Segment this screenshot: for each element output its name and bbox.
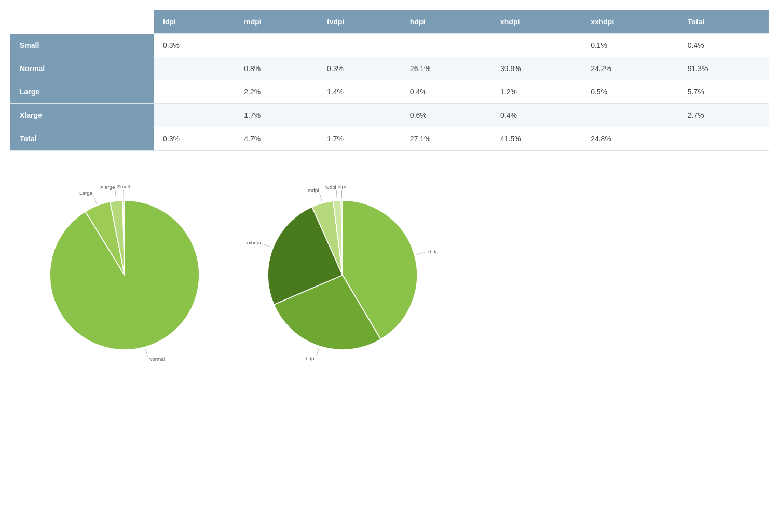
- cell-value: 0.4%: [678, 34, 769, 57]
- cell-value: 0.8%: [235, 57, 318, 80]
- cell-value: 1.2%: [491, 80, 581, 104]
- cell-value: [154, 80, 235, 104]
- cell-value: 0.3%: [318, 57, 401, 80]
- cell-value: 27.1%: [401, 127, 491, 151]
- cell-value: 26.1%: [401, 57, 491, 80]
- cell-value: 0.3%: [154, 34, 235, 57]
- cell-value: 24.2%: [581, 57, 678, 80]
- pie-label-text: xhdpi: [427, 249, 440, 254]
- row-label: Normal: [10, 57, 154, 80]
- cell-value: [235, 34, 318, 57]
- cell-value: [678, 127, 769, 151]
- pie-label-text: Xlarge: [100, 184, 115, 190]
- cell-value: 2.7%: [678, 104, 769, 127]
- pie-label-line: [316, 348, 319, 356]
- table-col-header: Total: [678, 10, 769, 34]
- table-col-header: xhdpi: [491, 10, 581, 34]
- charts-row: NormalLargeXlargeSmall xhdpihdpixxhdpimd…: [10, 171, 769, 379]
- cell-value: [318, 104, 401, 127]
- pie-label-line: [336, 190, 337, 199]
- cell-value: 41.5%: [491, 127, 581, 151]
- cell-value: 1.7%: [235, 104, 318, 127]
- cell-value: 1.4%: [318, 80, 401, 104]
- pie-label-line: [145, 349, 147, 357]
- pie-label-text: ldpi: [338, 184, 346, 189]
- table-row: Total0.3%4.7%1.7%27.1%41.5%24.8%: [10, 127, 769, 151]
- cell-value: 0.6%: [401, 104, 491, 127]
- table-col-header: tvdpi: [318, 10, 401, 34]
- cell-value: 0.4%: [491, 104, 581, 127]
- pie-label-line: [115, 190, 116, 199]
- table-col-header: mdpi: [235, 10, 318, 34]
- row-label: Large: [10, 80, 154, 104]
- cell-value: 0.3%: [154, 127, 235, 151]
- cell-value: [581, 104, 678, 127]
- row-label: Xlarge: [10, 104, 154, 127]
- cell-value: 0.4%: [401, 80, 491, 104]
- table-row: Large2.2%1.4%0.4%1.2%0.5%5.7%: [10, 80, 769, 104]
- cell-value: [154, 57, 235, 80]
- cell-value: 24.8%: [581, 127, 678, 151]
- pie-label-line: [263, 244, 271, 247]
- pie-label-line: [320, 193, 322, 201]
- cell-value: [491, 34, 581, 57]
- pie-label-text: tvdpi: [325, 184, 336, 190]
- table-col-header: xxhdpi: [581, 10, 678, 34]
- cell-value: 4.7%: [235, 127, 318, 151]
- pie-label-line: [416, 253, 425, 255]
- table-row: Xlarge1.7%0.6%0.4%2.7%: [10, 104, 769, 127]
- row-label: Small: [10, 34, 154, 57]
- table-col-header: hdpi: [401, 10, 491, 34]
- cell-value: 91.3%: [678, 57, 769, 80]
- cell-value: 0.1%: [581, 34, 678, 57]
- pie-label-text: hdpi: [306, 356, 316, 361]
- table-corner: [10, 10, 154, 34]
- table-row: Normal0.8%0.3%26.1%39.9%24.2%91.3%: [10, 57, 769, 80]
- distribution-table: ldpimdpitvdpihdpixhdpixxhdpiTotal Small0…: [10, 10, 769, 151]
- pie-label-text: Normal: [148, 356, 165, 362]
- table-row: Small0.3%0.1%0.4%: [10, 34, 769, 57]
- pie-label-text: mdpi: [308, 187, 319, 193]
- cell-value: 5.7%: [678, 80, 769, 104]
- table-col-header: ldpi: [154, 10, 235, 34]
- pie-chart-size: NormalLargeXlargeSmall: [31, 182, 218, 369]
- pie-label-text: Small: [117, 184, 130, 189]
- cell-value: [318, 34, 401, 57]
- cell-value: [401, 34, 491, 57]
- pie-chart-dpi: xhdpihdpixxhdpimdpitvdpildpi: [249, 182, 436, 369]
- cell-value: 1.7%: [318, 127, 401, 151]
- cell-value: 0.5%: [581, 80, 678, 104]
- cell-value: 2.2%: [235, 80, 318, 104]
- row-label: Total: [10, 127, 154, 151]
- cell-value: 39.9%: [491, 57, 581, 80]
- cell-value: [154, 104, 235, 127]
- pie-label-text: Large: [79, 190, 93, 196]
- pie-label-line: [93, 196, 97, 203]
- pie-label-text: xxhdpi: [246, 240, 261, 245]
